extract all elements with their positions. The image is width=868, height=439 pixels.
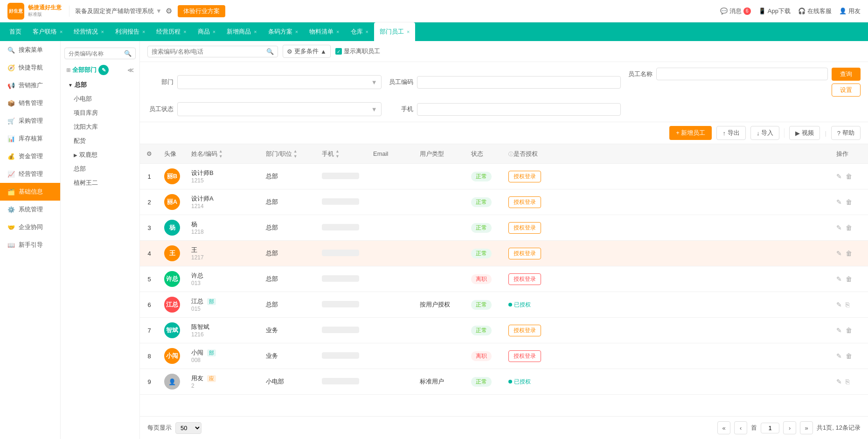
dept-node-zongbu2[interactable]: 总部	[61, 162, 139, 176]
export-button[interactable]: ↑ 导出	[716, 126, 746, 140]
close-icon-active[interactable]: ×	[407, 29, 410, 35]
close-icon[interactable]: ×	[213, 29, 215, 35]
next-page-btn[interactable]: ›	[783, 421, 796, 434]
auth-btn[interactable]: 授权登录	[508, 222, 541, 234]
auth-btn[interactable]: 授权登录	[508, 248, 541, 259]
tab-customer[interactable]: 客户联络 ×	[27, 22, 68, 41]
auth-btn[interactable]: 授权登录	[508, 196, 541, 208]
tab-profit[interactable]: 利润报告 ×	[110, 22, 151, 41]
sidebar-item-stock[interactable]: 📊 库存核算	[0, 130, 60, 147]
help-button[interactable]: ? 帮助	[831, 126, 861, 140]
search-input[interactable]	[152, 48, 264, 55]
delete-icon[interactable]: 🗑	[846, 198, 852, 206]
sidebar-item-corp[interactable]: 🤝 企业协同	[0, 218, 60, 236]
sidebar-item-nav[interactable]: 🧭 快捷导航	[0, 59, 60, 77]
auth-btn[interactable]: 授权登录	[508, 325, 541, 336]
tab-home[interactable]: 首页	[4, 22, 27, 41]
prev-page-btn[interactable]: ‹	[734, 421, 747, 434]
settings-icon[interactable]: ⚙	[166, 7, 172, 15]
delete-icon[interactable]: 🗑	[846, 173, 852, 180]
close-icon[interactable]: ×	[366, 29, 368, 35]
delete-icon[interactable]: 🗑	[846, 250, 852, 257]
sidebar-item-ops[interactable]: 📈 经营管理	[0, 165, 60, 183]
delete-icon[interactable]: 🗑	[846, 327, 852, 334]
last-page-btn[interactable]: »	[800, 421, 813, 434]
show-resigned-toggle[interactable]: ✓ 显示离职员工	[335, 47, 380, 56]
phone-input[interactable]	[417, 103, 621, 116]
auth-btn[interactable]: 授权登录	[508, 273, 541, 285]
page-number-input[interactable]	[761, 423, 779, 433]
th-phone[interactable]: 手机 ▲▼	[316, 144, 368, 164]
close-icon[interactable]: ×	[60, 29, 62, 35]
close-icon[interactable]: ×	[183, 29, 186, 35]
add-employee-button[interactable]: + 新增员工	[669, 126, 712, 140]
edit-icon[interactable]: ✎	[836, 352, 842, 360]
delete-icon[interactable]: 🗑	[846, 224, 852, 231]
close-icon[interactable]: ×	[295, 29, 298, 35]
message-btn[interactable]: 💬 消息 6	[720, 7, 751, 15]
tab-goods[interactable]: 商品 ×	[192, 22, 221, 41]
per-page-select[interactable]: 50 20 100	[175, 422, 201, 434]
tab-warehouse[interactable]: 仓库 ×	[345, 22, 374, 41]
edit-icon[interactable]: ✎	[836, 250, 842, 257]
dept-node-zongbu[interactable]: ▼ 总部	[61, 78, 139, 92]
sidebar-item-sales[interactable]: 📦 销售管理	[0, 94, 60, 112]
emp-name-input[interactable]	[656, 68, 828, 80]
expand-icon[interactable]: ▼	[156, 7, 162, 14]
dept-node-shuanglu[interactable]: ▶ 双鹿想	[61, 148, 139, 162]
first-page-btn[interactable]: «	[717, 421, 730, 434]
set-button[interactable]: 设置	[832, 84, 861, 97]
sidebar-item-system[interactable]: ⚙️ 系统管理	[0, 201, 60, 218]
user-btn[interactable]: 👤 用友	[839, 7, 861, 15]
tab-bom[interactable]: 物料清单 ×	[304, 22, 345, 41]
auth-btn[interactable]: 授权登录	[508, 350, 541, 362]
close-icon[interactable]: ×	[254, 29, 257, 35]
close-icon[interactable]: ×	[101, 29, 104, 35]
dept-node-zhishu[interactable]: 植树王二	[61, 176, 139, 190]
tab-history[interactable]: 经营历程 ×	[151, 22, 192, 41]
th-dept[interactable]: 部门/职位 ▲▼	[260, 144, 316, 164]
tab-new-goods[interactable]: 新增商品 ×	[221, 22, 262, 41]
online-service-btn[interactable]: 🎧 在线客服	[798, 7, 832, 15]
sidebar-item-search[interactable]: 🔍 搜索菜单	[0, 41, 60, 59]
edit-icon[interactable]: ✎	[836, 378, 842, 385]
sidebar-item-mkt[interactable]: 📢 营销推广	[0, 77, 60, 94]
dept-collapse-btn[interactable]: ≪	[127, 67, 134, 74]
close-icon[interactable]: ×	[142, 29, 145, 35]
copy-icon[interactable]: ⎘	[846, 301, 849, 308]
dept-edit-icon[interactable]: ✎	[98, 65, 109, 75]
search-button[interactable]: 查询	[832, 68, 861, 81]
import-button[interactable]: ↓ 导入	[750, 126, 780, 140]
status-select[interactable]: ▼	[177, 102, 382, 116]
tab-barcode[interactable]: 条码方案 ×	[263, 22, 304, 41]
sidebar-item-guide[interactable]: 📖 新手引导	[0, 236, 60, 254]
tab-dept-staff[interactable]: 部门员工 ×	[374, 22, 415, 41]
video-button[interactable]: ▶ 视频	[789, 126, 820, 140]
sidebar-item-purchase[interactable]: 🛒 采购管理	[0, 112, 60, 130]
sidebar-item-basic[interactable]: 🗂️ 基础信息	[0, 183, 60, 201]
edit-icon[interactable]: ✎	[836, 301, 842, 308]
dept-node-shenyang[interactable]: 沈阳大库	[61, 120, 139, 134]
edit-icon[interactable]: ✎	[836, 224, 842, 231]
emp-code-input[interactable]	[417, 76, 621, 89]
edit-icon[interactable]: ✎	[836, 275, 842, 283]
dept-node-peihuo[interactable]: 配货	[61, 134, 139, 148]
search-btn-icon[interactable]: 🔍	[266, 48, 274, 55]
edit-icon[interactable]: ✎	[836, 198, 842, 206]
dept-node-xiaodian[interactable]: 小电部	[61, 92, 139, 106]
dept-select[interactable]: ▼	[177, 75, 382, 89]
close-icon[interactable]: ×	[336, 29, 339, 35]
delete-icon[interactable]: 🗑	[846, 275, 852, 283]
more-filter-btn[interactable]: ⚙ 更多条件 ▲	[283, 45, 331, 58]
dept-search-input[interactable]	[69, 50, 122, 57]
edit-icon[interactable]: ✎	[836, 327, 842, 334]
app-download-btn[interactable]: 📱 App下载	[758, 7, 791, 15]
tab-biz[interactable]: 经营情况 ×	[68, 22, 109, 41]
th-settings[interactable]: ⚙	[140, 144, 159, 164]
th-name[interactable]: 姓名/编码 ▲▼	[186, 144, 260, 164]
auth-btn[interactable]: 授权登录	[508, 171, 541, 182]
edit-icon[interactable]: ✎	[836, 173, 842, 180]
dept-all-label[interactable]: 全部部门	[72, 66, 97, 74]
trial-button[interactable]: 体验行业方案	[178, 5, 225, 17]
delete-icon[interactable]: 🗑	[846, 352, 852, 360]
